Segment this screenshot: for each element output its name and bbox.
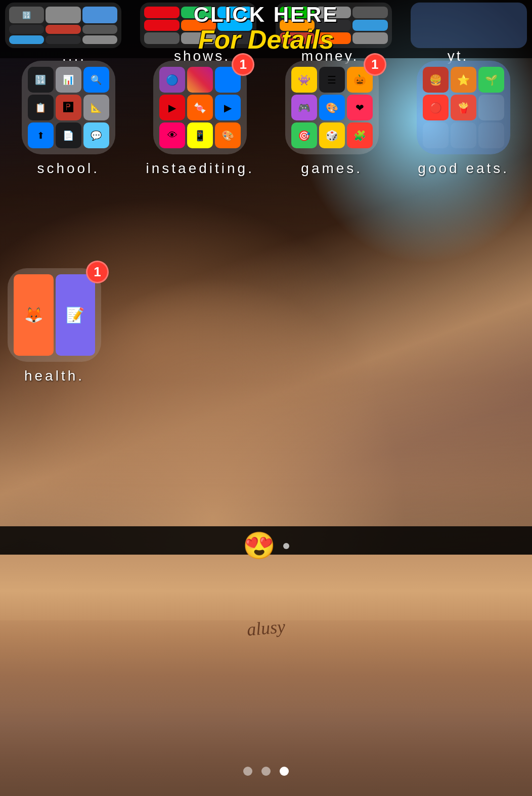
app-health-1: 🦊 (14, 274, 54, 356)
app-eats-3: 🌱 (478, 67, 504, 93)
for-details-text: For Details (198, 25, 334, 54)
folder-name-health: health. (24, 368, 84, 384)
folder-school[interactable]: 🔢 📊 🔍 📋 🅿 📐 ⬆ 📄 💬 school. (8, 61, 129, 177)
folder-name-instaediting: instaediting. (146, 160, 254, 177)
app-insta-4: ▶ (159, 95, 185, 120)
app-games-2: ☰ (319, 67, 345, 93)
app-games-8: 🎲 (319, 122, 345, 148)
app-school-5: 🅿 (56, 95, 81, 120)
click-here-text: CLICK HERE (194, 4, 339, 25)
folder-icon-health[interactable]: 1 🦊 📝 (8, 268, 101, 362)
badge-health: 1 (86, 261, 109, 283)
app-eats-2: ⭐ (451, 67, 476, 93)
second-row-folders: 1 🦊 📝 health. (8, 268, 101, 384)
folder-goodeats[interactable]: 🍔 ⭐ 🌱 🔴 🍟 good eats. (403, 61, 525, 177)
page-dot-3-active[interactable] (280, 767, 289, 776)
app-eats-7 (423, 122, 449, 148)
app-insta-8: 📱 (187, 122, 213, 148)
emoji-area: 😍 (0, 530, 532, 561)
page-dots (0, 767, 532, 776)
folder-icon-instaediting[interactable]: 1 🔵 ▶ 🍬 ▶ 👁 📱 🎨 (153, 61, 247, 154)
app-school-6: 📐 (83, 95, 109, 120)
app-eats-5: 🍟 (451, 95, 476, 120)
app-school-2: 📊 (56, 67, 81, 93)
app-school-1: 🔢 (28, 67, 54, 93)
app-school-4: 📋 (28, 95, 54, 120)
folder-health[interactable]: 1 🦊 📝 health. (8, 268, 101, 384)
app-games-6: ❤ (347, 95, 373, 120)
app-insta-1: 🔵 (159, 67, 185, 93)
app-eats-1: 🍔 (423, 67, 449, 93)
app-games-9: 🧩 (347, 122, 373, 148)
folder-games[interactable]: 1 👾 ☰ 🎃 🎮 🎨 ❤ 🎯 🎲 🧩 games. (271, 61, 393, 177)
folder-icon-school[interactable]: 🔢 📊 🔍 📋 🅿 📐 ⬆ 📄 💬 (22, 61, 115, 154)
app-games-1: 👾 (291, 67, 317, 93)
second-photo-section (0, 555, 532, 796)
app-games-4: 🎮 (291, 95, 317, 120)
emoji-heart-eyes: 😍 (243, 530, 276, 561)
tattoo-area: alusy (152, 617, 380, 639)
app-school-8: 📄 (56, 122, 81, 148)
app-insta-9: 🎨 (215, 122, 241, 148)
app-insta-6: ▶ (215, 95, 241, 120)
app-school-9: 💬 (83, 122, 109, 148)
folder-icon-goodeats[interactable]: 🍔 ⭐ 🌱 🔴 🍟 (417, 61, 510, 154)
folders-grid: 🔢 📊 🔍 📋 🅿 📐 ⬆ 📄 💬 school. 1 🔵 ▶ 🍬 ▶ 👁 📱 … (0, 61, 532, 177)
app-games-7: 🎯 (291, 122, 317, 148)
page-dot-1[interactable] (243, 767, 252, 776)
app-insta-2 (187, 67, 213, 93)
app-eats-8 (451, 122, 476, 148)
folder-icon-games[interactable]: 1 👾 ☰ 🎃 🎮 🎨 ❤ 🎯 🎲 🧩 (285, 61, 379, 154)
badge-games: 1 (364, 53, 386, 76)
click-here-banner[interactable]: CLICK HERE For Details (0, 0, 532, 54)
app-eats-4: 🔴 (423, 95, 449, 120)
app-games-5: 🎨 (319, 95, 345, 120)
app-eats-9 (478, 122, 504, 148)
app-insta-5: 🍬 (187, 95, 213, 120)
dot-indicator (283, 543, 289, 549)
folder-name-games: games. (301, 160, 363, 177)
app-school-7: ⬆ (28, 122, 54, 148)
app-school-3: 🔍 (83, 67, 109, 93)
page-dot-2[interactable] (261, 767, 271, 776)
app-eats-6 (478, 95, 504, 120)
folder-name-school: school. (37, 160, 100, 177)
folder-instaediting[interactable]: 1 🔵 ▶ 🍬 ▶ 👁 📱 🎨 instaediting. (140, 61, 261, 177)
app-insta-7: 👁 (159, 122, 185, 148)
app-health-2: 📝 (56, 274, 96, 356)
badge-instaediting: 1 (232, 53, 254, 76)
folder-name-goodeats: good eats. (418, 160, 509, 177)
